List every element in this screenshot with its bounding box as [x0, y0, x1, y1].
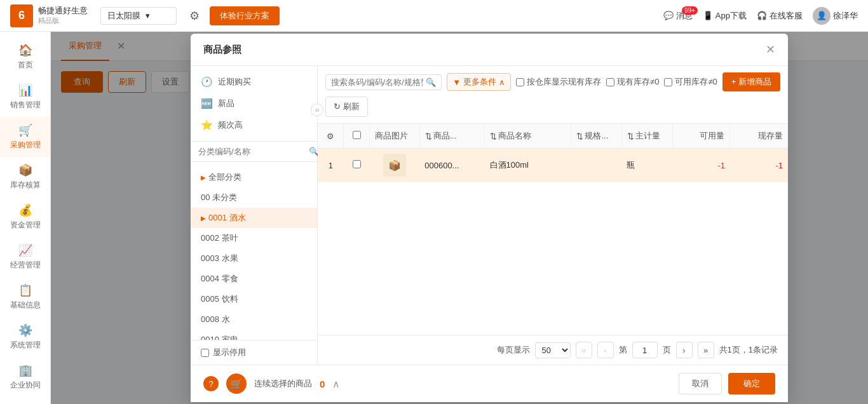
tree-item-0002[interactable]: 0002 茶叶 [191, 228, 317, 248]
help-icon[interactable]: ? [203, 376, 219, 391]
total-info: 共1页，1条记录 [719, 344, 778, 356]
logo-sub: 精品版 [38, 16, 88, 25]
sidebar-item-system[interactable]: ⚙️ 系统管理 [0, 317, 50, 357]
pagination: 每页显示 50 10 20 100 « ‹ 第 页 › » [318, 335, 788, 365]
sidebar: 🏠 首页 📊 销售管理 🛒 采购管理 📦 库存核算 💰 资金管理 📈 经营管理 … [0, 32, 51, 404]
tree-item-0008[interactable]: 0008 水 [191, 309, 317, 330]
sidebar-item-finance[interactable]: 💰 资金管理 [0, 197, 50, 237]
purchase-icon: 🛒 [18, 123, 32, 137]
app-download-button[interactable]: 📱 App下载 [703, 10, 747, 22]
stock-checkbox-label[interactable]: 现有库存≠0 [617, 76, 659, 88]
company-selector[interactable]: 日太阳膜 ▾ [100, 7, 177, 25]
tree-item-all[interactable]: ▶ 全部分类 [191, 167, 317, 187]
messages-button[interactable]: 💬 消息 99+ [663, 10, 693, 22]
col-code-header[interactable]: ⇅ 商品... [419, 124, 484, 149]
col-spec-header[interactable]: ⇅ 规格... [571, 124, 622, 149]
enterprise-icon: 🏢 [18, 363, 32, 377]
search-submit-icon[interactable]: 🔍 [426, 77, 436, 87]
nav-item-frequent[interactable]: ⭐ 频次高 [191, 114, 317, 136]
nav-item-new[interactable]: 🆕 新品 [191, 93, 317, 114]
headset-icon: 🎧 [757, 11, 767, 20]
product-image: 📦 [383, 154, 406, 177]
select-all-checkbox[interactable] [353, 131, 361, 139]
current-page-input[interactable] [632, 342, 658, 358]
sidebar-item-operations[interactable]: 📈 经营管理 [0, 237, 50, 277]
row-checkbox[interactable] [344, 149, 370, 182]
show-disabled-checkbox[interactable] [201, 349, 209, 357]
tree-item-0010[interactable]: 0010 家电 [191, 330, 317, 340]
row-select-checkbox[interactable] [353, 160, 361, 168]
sort-icon-name: ⇅ [490, 131, 497, 141]
filter-button[interactable]: ▼ 更多条件 ∧ [447, 73, 511, 91]
product-reference-modal: 商品参照 ✕ 🕐 近期购买 🆕 新品 [191, 34, 788, 402]
sidebar-label-home: 首页 [18, 60, 33, 71]
tree-item-0005[interactable]: 0005 饮料 [191, 289, 317, 309]
recent-icon: 🕐 [201, 76, 213, 88]
filter-arrow-icon: ∧ [499, 77, 505, 87]
category-tree: ▶ 全部分类 00 未分类 ▶ 0001 酒水 0002 茶叶 [191, 162, 317, 340]
logo-icon: 6 [10, 4, 33, 27]
tree-item-0004[interactable]: 0004 零食 [191, 269, 317, 289]
page-size-select[interactable]: 50 10 20 100 [535, 342, 571, 358]
finance-icon: 💰 [18, 203, 32, 217]
warehouse-checkbox[interactable] [516, 78, 524, 86]
prev-page-button[interactable]: ‹ [597, 342, 614, 358]
settings-icon[interactable]: ⚙ [184, 6, 205, 26]
service-label: 在线客服 [770, 10, 803, 22]
arrow-icon: ▶ [201, 174, 206, 181]
refresh-small-button[interactable]: ↻ 刷新 [325, 97, 368, 117]
sales-icon: 📊 [18, 83, 32, 97]
col-checkbox-header[interactable] [344, 124, 370, 149]
sidebar-item-base[interactable]: 📋 基础信息 [0, 277, 50, 317]
tree-item-0003[interactable]: 0003 水果 [191, 248, 317, 269]
col-stock-header: 现存量 [730, 124, 788, 149]
col-unit-header[interactable]: ⇅ 主计量 [621, 124, 672, 149]
expand-icon[interactable]: ∧ [332, 378, 340, 390]
next-page-button[interactable]: › [676, 342, 693, 358]
messages-badge: 99+ [682, 6, 698, 15]
sidebar-item-guide[interactable]: 🔰 新手引导 [0, 397, 50, 404]
available-checkbox-label[interactable]: 可用库存≠0 [675, 76, 717, 88]
user-profile[interactable]: 👤 徐泽华 [813, 7, 858, 25]
avatar: 👤 [813, 7, 831, 25]
row-name: 白酒100ml [485, 149, 571, 182]
first-page-button[interactable]: « [576, 342, 592, 358]
new-icon: 🆕 [201, 98, 213, 109]
tree-item-00[interactable]: 00 未分类 [191, 187, 317, 208]
sidebar-label-enterprise: 企业协同 [10, 380, 41, 391]
category-search-input[interactable] [198, 147, 305, 156]
show-disabled-label[interactable]: 显示停用 [213, 347, 246, 358]
sidebar-label-system: 系统管理 [10, 340, 41, 351]
tree-label-0005: 0005 饮料 [201, 293, 238, 305]
app-label: App下载 [715, 10, 747, 22]
collapse-button[interactable]: ‹‹ [311, 104, 323, 116]
tree-label-0004: 0004 零食 [201, 273, 238, 285]
page-size-label: 每页显示 [497, 344, 530, 356]
sidebar-item-purchase[interactable]: 🛒 采购管理 [0, 117, 50, 157]
close-button[interactable]: ✕ [766, 43, 775, 57]
stock-checkbox[interactable] [606, 78, 614, 86]
last-page-button[interactable]: » [698, 342, 714, 358]
new-product-button[interactable]: + 新增商品 [722, 72, 780, 91]
nav-item-recent[interactable]: 🕐 近期购买 [191, 71, 317, 93]
customer-service-button[interactable]: 🎧 在线客服 [757, 10, 803, 22]
table-row[interactable]: 1 📦 000600... 白酒100ml [318, 149, 788, 182]
col-name-header[interactable]: ⇅ 商品名称 [485, 124, 571, 149]
product-search-input[interactable] [331, 77, 423, 87]
trial-button[interactable]: 体验行业方案 [210, 6, 280, 25]
cart-icon-button[interactable]: 🛒 [226, 374, 247, 394]
sidebar-item-enterprise[interactable]: 🏢 企业协同 [0, 357, 50, 397]
sidebar-item-sales[interactable]: 📊 销售管理 [0, 77, 50, 117]
tree-item-0001[interactable]: ▶ 0001 酒水 [191, 208, 317, 228]
sidebar-item-inventory[interactable]: 📦 库存核算 [0, 157, 50, 197]
company-name: 日太阳膜 [107, 10, 140, 22]
frequent-icon: ⭐ [201, 119, 213, 131]
available-checkbox[interactable] [664, 78, 672, 86]
col-settings[interactable]: ⚙ [318, 124, 344, 149]
cancel-button[interactable]: 取消 [679, 373, 722, 394]
tree-label-0010: 0010 家电 [201, 334, 238, 340]
nav-label-frequent: 频次高 [218, 119, 243, 131]
confirm-button[interactable]: 确定 [728, 373, 775, 394]
sidebar-item-home[interactable]: 🏠 首页 [0, 37, 50, 77]
warehouse-checkbox-label[interactable]: 按仓库显示现有库存 [527, 76, 601, 88]
